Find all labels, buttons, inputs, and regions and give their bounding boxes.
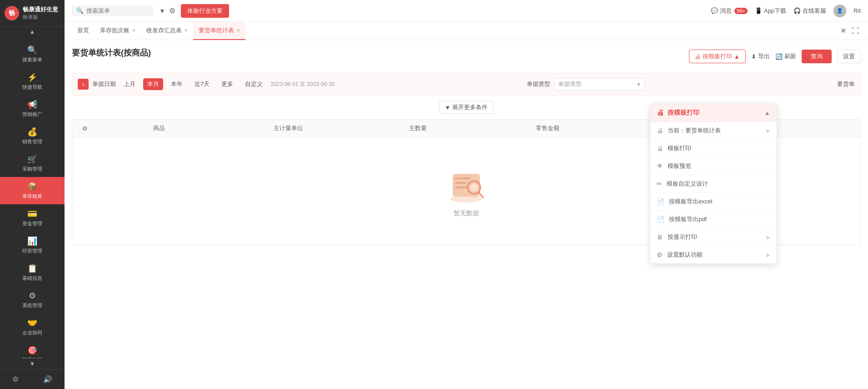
tab-receipt-summary[interactable]: 收发存汇总表 × <box>141 22 193 40</box>
sidebar-bottom: ⚙ 🔊 <box>0 369 65 389</box>
svg-rect-4 <box>455 187 469 188</box>
topbar-nav: ▼ ⚙ <box>157 5 175 16</box>
tab-home[interactable]: 首页 <box>72 22 95 40</box>
date-prev-month-btn[interactable]: 上月 <box>120 78 140 90</box>
sidebar-item-basic-info[interactable]: 📋基础信息 <box>0 259 65 286</box>
sidebar-item-sales[interactable]: 💰销售管理 <box>0 122 65 150</box>
tabs-close-btn[interactable]: ✕ <box>838 25 848 37</box>
sidebar-item-finance[interactable]: 💳资金管理 <box>0 204 65 232</box>
dropdown-set-default[interactable]: ⚙ 设置默认功能 ▶ <box>650 246 777 263</box>
dropdown-display-print-left: 🖥 按显示打印 <box>657 233 697 241</box>
tabs-expand-btn[interactable]: ⛶ <box>850 25 861 37</box>
th-quantity: 主数量 <box>353 120 483 137</box>
export-pdf-icon: 📄 <box>657 216 664 223</box>
dropdown-template-preview-left: 👁 模板预览 <box>657 162 691 170</box>
expand-more-btn[interactable]: ▼ 展开更多条件 <box>439 101 494 114</box>
settings-icon[interactable]: ⚙ <box>12 375 19 384</box>
sidebar-item-quick-nav[interactable]: ⚡快捷导航 <box>0 68 65 95</box>
sidebar-label-search: 搜索菜单 <box>22 56 42 63</box>
export-excel-label: 按模板导出excel <box>669 197 712 206</box>
query-btn[interactable]: 查询 <box>802 50 832 63</box>
trial-button[interactable]: 体验行业方案 <box>181 4 229 18</box>
scroll-up-btn[interactable]: ▲ <box>0 26 65 37</box>
sidebar-label-finance: 资金管理 <box>22 220 42 227</box>
dropdown-display-print[interactable]: 🖥 按显示打印 ▶ <box>650 228 777 246</box>
logo-text-group: 畅康通好生意 标准版 <box>23 5 58 20</box>
tab-order-stats[interactable]: 要货单统计表 × <box>193 22 245 40</box>
tab-home-label: 首页 <box>77 26 89 35</box>
dropdown-collapse-icon[interactable]: ▲ <box>764 109 770 116</box>
settings-btn[interactable]: 设置 <box>837 50 861 63</box>
user-avatar[interactable]: 👤 <box>833 5 846 17</box>
dropdown-template-design-left: ✏ 模板自定义设计 <box>657 180 708 188</box>
dropdown-export-excel[interactable]: 📄 按模板导出excel <box>650 193 777 211</box>
nav-dropdown-btn[interactable]: ▼ <box>157 5 167 16</box>
date-filter-label: 单据日期 <box>92 80 116 88</box>
dropdown-header-right: ▲ <box>764 109 770 116</box>
refresh-icon: 🔄 <box>775 53 783 60</box>
app-download-item[interactable]: 📱 App下载 <box>755 7 786 15</box>
current-template-label: 当前：要货单统计表 <box>668 126 721 135</box>
dropdown-template-design[interactable]: ✏ 模板自定义设计 <box>650 175 777 193</box>
date-last7days-btn[interactable]: 近7天 <box>190 78 214 90</box>
tab-inventory-batch-close[interactable]: × <box>132 27 135 34</box>
export-btn[interactable]: ⬇ 导出 <box>751 52 770 61</box>
search-box: 🔍 <box>72 5 154 16</box>
topbar: 🔍 ▼ ⚙ 体验行业方案 💬 消息 99+ 📱 App下载 🎧 在线客服 👤 <box>65 0 868 22</box>
sidebar-icon-basic-info: 📋 <box>27 263 37 273</box>
sidebar-item-system[interactable]: ⚙系统管理 <box>0 286 65 313</box>
sidebar-item-search[interactable]: 🔍搜索菜单 <box>0 40 65 68</box>
sidebar-icon-inventory: 📦 <box>27 182 37 192</box>
sidebar-label-inventory: 库存核算 <box>22 193 42 200</box>
date-more-btn[interactable]: 更多 <box>217 78 237 90</box>
print-template-btn[interactable]: 🖨 按模板打印 ▲ <box>689 50 746 63</box>
main-area: 🔍 ▼ ⚙ 体验行业方案 💬 消息 99+ 📱 App下载 🎧 在线客服 👤 <box>65 0 868 389</box>
filter-toggle-btn[interactable]: › <box>78 79 89 90</box>
sidebar-item-enterprise[interactable]: 🤝企业协同 <box>0 313 65 341</box>
set-default-label: 设置默认功能 <box>667 251 703 259</box>
tab-order-stats-close[interactable]: × <box>237 27 240 34</box>
messages-item[interactable]: 💬 消息 99+ <box>711 7 748 15</box>
sidebar: 畅 畅康通好生意 标准版 ▲ 🔍搜索菜单⚡快捷导航📢营销推广💰销售管理🛒采购管理… <box>0 0 65 389</box>
empty-illustration <box>441 165 491 206</box>
refresh-btn[interactable]: 🔄 刷新 <box>775 52 796 61</box>
sidebar-item-guide[interactable]: 🎯新手引导 <box>0 341 65 359</box>
dropdown-export-excel-left: 📄 按模板导出excel <box>657 197 712 206</box>
set-default-icon: ⚙ <box>657 251 663 258</box>
app-name: 畅康通好生意 <box>23 5 58 14</box>
date-custom-btn[interactable]: 自定义 <box>241 78 267 90</box>
volume-icon[interactable]: 🔊 <box>43 375 52 384</box>
online-service-label: 在线客服 <box>803 7 826 15</box>
sidebar-item-operations[interactable]: 📊经营管理 <box>0 232 65 259</box>
tabs-bar: 首页 库存批次账 × 收发存汇总表 × 要货单统计表 × ✕ ⛶ <box>65 22 868 40</box>
template-design-icon: ✏ <box>657 180 662 187</box>
online-service-item[interactable]: 🎧 在线客服 <box>793 7 826 15</box>
date-range-text: 2023-06-01 至 2023-06-30 <box>270 81 334 88</box>
sidebar-label-sales: 销售管理 <box>22 138 42 145</box>
headset-icon: 🎧 <box>793 7 801 14</box>
search-input[interactable] <box>86 7 145 14</box>
tab-receipt-summary-close[interactable]: × <box>185 27 188 34</box>
display-print-icon: 🖥 <box>657 233 663 241</box>
tab-inventory-batch-label: 库存批次账 <box>100 26 130 35</box>
sidebar-item-purchase[interactable]: 🛒采购管理 <box>0 150 65 177</box>
sidebar-label-basic-info: 基础信息 <box>22 275 42 282</box>
dropdown-export-pdf[interactable]: 📄 按模板导出pdf <box>650 211 777 228</box>
messages-badge: 99+ <box>734 8 748 14</box>
sidebar-label-purchase: 采购管理 <box>22 166 42 172</box>
date-current-month-btn[interactable]: 本月 <box>143 78 163 90</box>
scroll-down-btn[interactable]: ▼ <box>0 359 65 369</box>
sidebar-item-inventory[interactable]: 📦库存核算 <box>0 177 65 204</box>
topbar-settings-icon[interactable]: ⚙ <box>169 6 175 15</box>
th-amount: 零售金额 <box>483 120 612 137</box>
dropdown-template-print[interactable]: 🖨 模板打印 <box>650 140 777 157</box>
type-filter-select[interactable]: 单据类型 ▼ <box>554 78 645 91</box>
tab-inventory-batch[interactable]: 库存批次账 × <box>95 22 141 40</box>
content-area: 要货单统计表(按商品) 🖨 按模板打印 ▲ ⬇ 导出 🔄 刷新 <box>65 40 868 389</box>
dropdown-template-preview[interactable]: 👁 模板预览 <box>650 157 777 175</box>
th-settings[interactable]: ⚙ <box>76 121 94 136</box>
date-current-year-btn[interactable]: 本年 <box>167 78 187 90</box>
sidebar-item-marketing[interactable]: 📢营销推广 <box>0 95 65 122</box>
app-download-icon: 📱 <box>755 7 762 14</box>
dropdown-current-template[interactable]: 🖨 当前：要货单统计表 ▶ <box>650 122 777 140</box>
